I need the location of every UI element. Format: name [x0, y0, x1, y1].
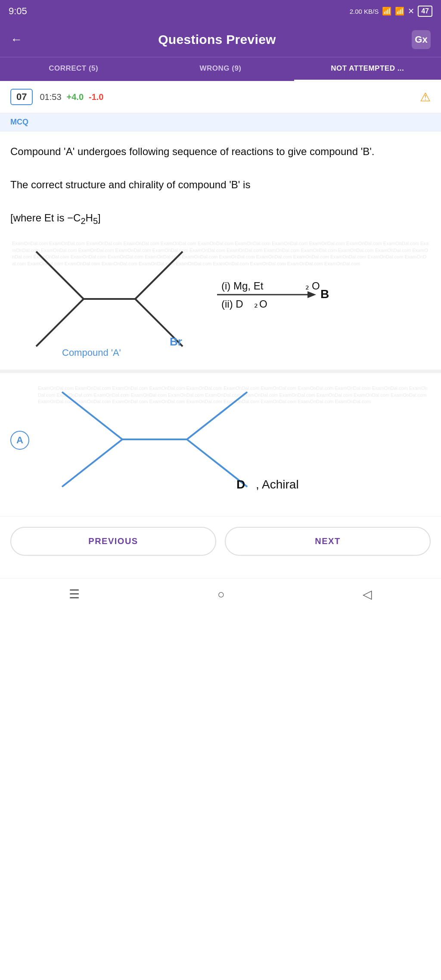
back-button[interactable]: ←	[10, 33, 22, 47]
option-a-svg: D , Achiral	[36, 383, 402, 495]
previous-button[interactable]: PREVIOUS	[10, 527, 216, 556]
positive-marks: +4.0	[67, 92, 84, 102]
svg-text:Compound 'A': Compound 'A'	[62, 347, 121, 358]
question-text: Compound 'A' undergoes following sequenc…	[0, 131, 441, 234]
compound-a-diagram: ExamOnDal.com ExamOnDal.com ExamOnDal.co…	[0, 234, 441, 370]
wifi-icon: 📶	[382, 6, 391, 16]
tab-wrong[interactable]: WRONG (9)	[147, 57, 294, 81]
svg-line-0	[36, 252, 84, 299]
warning-icon: ⚠	[420, 90, 431, 104]
option-a-circle[interactable]: A	[10, 431, 29, 450]
menu-icon[interactable]: ☰	[69, 587, 80, 601]
speed-indicator: 2.00 KB/S	[350, 8, 379, 15]
svg-line-19	[187, 392, 247, 439]
svg-text:₂: ₂	[254, 299, 258, 310]
question-line-3: [where Et is −C2H5]	[10, 210, 431, 228]
answer-section: A ExamOnDal.com ExamOnDal.com ExamOnDal.…	[0, 370, 441, 509]
svg-text:O: O	[312, 280, 320, 292]
svg-text:D: D	[236, 478, 245, 491]
question-line-2: The correct structure and chirality of c…	[10, 177, 431, 193]
tab-not-attempted[interactable]: NOT ATTEMPTED ...	[294, 57, 441, 81]
question-card: 07 01:53 +4.0 -1.0 ⚠ MCQ Compound 'A' un…	[0, 81, 441, 575]
svg-line-16	[62, 392, 122, 439]
signal-icon: 📶	[395, 6, 404, 16]
battery-indicator: 47	[418, 6, 432, 17]
home-icon[interactable]: ○	[217, 588, 225, 601]
next-button[interactable]: NEXT	[225, 527, 431, 556]
question-meta: 01:53 +4.0 -1.0	[40, 92, 420, 102]
content-area: 07 01:53 +4.0 -1.0 ⚠ MCQ Compound 'A' un…	[0, 81, 441, 575]
option-a[interactable]: A ExamOnDal.com ExamOnDal.com ExamOnDal.…	[10, 383, 431, 497]
svg-line-3	[135, 252, 183, 299]
question-time: 01:53	[40, 92, 61, 102]
svg-text:, Achiral: , Achiral	[256, 478, 299, 491]
question-line-1: Compound 'A' undergoes following sequenc…	[10, 143, 431, 160]
option-a-label: A	[16, 435, 23, 446]
header: ← Questions Preview Gx	[0, 22, 441, 57]
negative-marks: -1.0	[89, 92, 103, 102]
svg-text:(ii) D: (ii) D	[221, 298, 243, 310]
svg-marker-8	[307, 291, 316, 298]
status-bar: 9:05 2.00 KB/S 📶 📶 ✕ 47	[0, 0, 441, 22]
option-a-image: ExamOnDal.com ExamOnDal.com ExamOnDal.co…	[36, 383, 431, 497]
svg-text:(i) Mg, Et: (i) Mg, Et	[221, 280, 264, 292]
x-icon: ✕	[408, 6, 414, 16]
back-nav-icon[interactable]: ◁	[363, 587, 372, 601]
question-header: 07 01:53 +4.0 -1.0 ⚠	[0, 81, 441, 113]
translate-icon: Gx	[415, 34, 427, 45]
status-time: 9:05	[9, 6, 27, 17]
svg-line-1	[36, 299, 84, 346]
tabs-bar: CORRECT (5) WRONG (9) NOT ATTEMPTED ...	[0, 57, 441, 81]
svg-text:B: B	[320, 287, 329, 301]
bottom-buttons: PREVIOUS NEXT	[0, 516, 441, 566]
svg-text:O: O	[259, 298, 267, 310]
question-type-label: MCQ	[0, 113, 441, 131]
svg-text:Br: Br	[170, 335, 182, 348]
status-icons: 2.00 KB/S 📶 📶 ✕ 47	[350, 6, 432, 17]
translate-button[interactable]: Gx	[412, 30, 431, 49]
question-number: 07	[10, 89, 33, 105]
page-title: Questions Preview	[158, 32, 276, 47]
reaction-svg: Br Compound 'A' (i) Mg, Et ₂ O (ii) D ₂ …	[10, 239, 424, 359]
svg-text:₂: ₂	[305, 281, 309, 292]
svg-line-17	[62, 439, 122, 487]
navigation-bar: ☰ ○ ◁	[0, 578, 441, 613]
tab-correct[interactable]: CORRECT (5)	[0, 57, 147, 81]
